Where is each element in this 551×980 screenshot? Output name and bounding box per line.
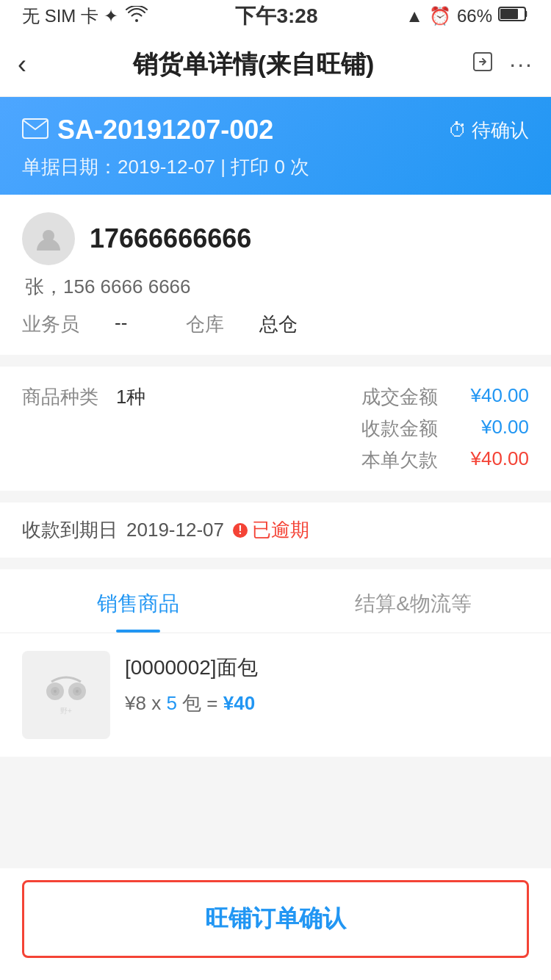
product-item: 野+ [0000002]面包 ¥8 x 5 包 = ¥40 xyxy=(22,651,529,739)
tabs-row: 销售商品 结算&物流等 xyxy=(0,569,551,633)
transaction-row: 成交金额 ¥40.00 xyxy=(361,384,529,410)
back-button[interactable]: ‹ xyxy=(18,49,62,80)
order-header: SA-20191207-002 ⏱ 待确认 单据日期：2019-12-07 | … xyxy=(0,97,551,195)
tab-settlement[interactable]: 结算&物流等 xyxy=(276,569,551,633)
confirm-order-button[interactable]: 旺铺订单确认 xyxy=(22,880,529,958)
customer-phone: 17666666666 xyxy=(90,223,251,254)
order-status: ⏱ 待确认 xyxy=(448,118,529,143)
tabs-section: 销售商品 结算&物流等 xyxy=(0,569,551,633)
customer-fields: 业务员 -- 仓库 总仓 xyxy=(22,311,529,337)
owed-row: 本单欠款 ¥40.00 xyxy=(361,447,529,473)
due-date-value: 2019-12-07 xyxy=(126,519,224,541)
unit: 包 xyxy=(182,692,201,714)
product-price: ¥8 x 5 包 = ¥40 xyxy=(125,691,529,716)
salesperson-label: 业务员 xyxy=(22,311,79,337)
order-id: SA-20191207-002 xyxy=(22,115,273,145)
summary-section: 商品种类 1种 成交金额 ¥40.00 收款金额 ¥0.00 本单欠款 ¥40.… xyxy=(0,367,551,491)
transaction-value: ¥40.00 xyxy=(455,384,529,410)
owed-label: 本单欠款 xyxy=(361,447,438,473)
warehouse-value: 总仓 xyxy=(259,311,298,337)
alarm-icon: ⏰ xyxy=(429,6,451,26)
received-label: 收款金额 xyxy=(361,416,438,442)
wifi-icon xyxy=(126,6,148,26)
clock-icon: ⏱ xyxy=(448,119,467,142)
product-type-value: 1种 xyxy=(116,384,145,410)
quantity: 5 xyxy=(166,692,176,714)
page-title: 销货单详情(来自旺铺) xyxy=(62,48,445,82)
status-left: 无 SIM 卡 ✦ xyxy=(22,4,148,28)
battery-icon xyxy=(498,6,529,26)
svg-text:野+: 野+ xyxy=(60,707,72,715)
avatar xyxy=(22,212,75,265)
order-id-row: SA-20191207-002 ⏱ 待确认 xyxy=(22,115,529,145)
product-section: 野+ [0000002]面包 ¥8 x 5 包 = ¥40 xyxy=(0,633,551,757)
svg-point-7 xyxy=(54,690,57,693)
customer-name: 张，156 6666 6666 xyxy=(22,274,529,300)
location-icon: ▲ xyxy=(406,6,423,26)
summary-left: 商品种类 1种 xyxy=(22,384,145,410)
due-date-section: 收款到期日 2019-12-07 ! 已逾期 xyxy=(0,502,551,558)
salesperson-value: -- xyxy=(115,311,127,337)
total-price: ¥40 xyxy=(223,692,255,714)
overdue-warning-icon: ! xyxy=(233,523,248,538)
owed-value: ¥40.00 xyxy=(455,447,529,473)
order-envelope-icon xyxy=(22,115,48,145)
status-bar: 无 SIM 卡 ✦ 下午3:28 ▲ ⏰ 66% xyxy=(0,0,551,32)
nav-bar: ‹ 销货单详情(来自旺铺) ··· xyxy=(0,32,551,97)
transaction-label: 成交金额 xyxy=(361,384,438,410)
share-icon[interactable] xyxy=(471,50,494,79)
customer-section: 17666666666 张，156 6666 6666 业务员 -- 仓库 总仓 xyxy=(0,195,551,355)
nav-actions: ··· xyxy=(445,50,533,79)
more-icon[interactable]: ··· xyxy=(509,51,533,78)
customer-row: 17666666666 xyxy=(22,212,529,265)
product-type-label: 商品种类 xyxy=(22,384,98,410)
received-value: ¥0.00 xyxy=(455,416,529,442)
tab-sales-product[interactable]: 销售商品 xyxy=(0,569,276,633)
no-sim-text: 无 SIM 卡 ✦ xyxy=(22,4,118,28)
bottom-bar: 旺铺订单确认 xyxy=(0,868,551,980)
unit-price: ¥8 xyxy=(125,692,146,714)
overdue-text: 已逾期 xyxy=(252,517,309,543)
product-info: [0000002]面包 ¥8 x 5 包 = ¥40 xyxy=(125,651,529,716)
order-meta: 单据日期：2019-12-07 | 打印 0 次 xyxy=(22,154,529,180)
equals-sign: = xyxy=(206,692,223,714)
multiply-sign: x xyxy=(151,692,166,714)
product-thumbnail: 野+ xyxy=(22,651,110,739)
summary-right: 成交金额 ¥40.00 收款金额 ¥0.00 本单欠款 ¥40.00 xyxy=(361,384,529,473)
status-right: ▲ ⏰ 66% xyxy=(406,6,529,26)
warehouse-label: 仓库 xyxy=(186,311,224,337)
battery-text: 66% xyxy=(457,6,492,26)
due-date-label: 收款到期日 xyxy=(22,517,118,543)
received-row: 收款金额 ¥0.00 xyxy=(361,416,529,442)
svg-rect-1 xyxy=(500,9,518,19)
product-name: [0000002]面包 xyxy=(125,654,529,682)
overdue-badge: ! 已逾期 xyxy=(233,517,309,543)
svg-point-10 xyxy=(76,690,79,693)
status-time: 下午3:28 xyxy=(235,2,317,30)
